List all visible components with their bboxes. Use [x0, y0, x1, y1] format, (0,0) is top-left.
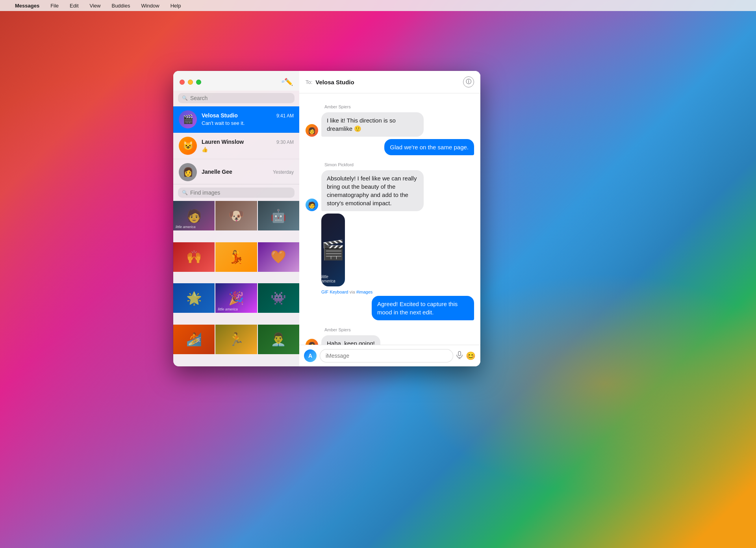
sender-name-simon: Simon Pickford	[324, 162, 474, 167]
conversation-item-lauren[interactable]: 😺 Lauren Winslow 9:30 AM 👍	[173, 133, 299, 159]
gif-cell-5[interactable]: 💃	[215, 242, 257, 272]
svg-rect-0	[458, 351, 461, 356]
menu-window[interactable]: Window	[139, 2, 161, 9]
minimize-button[interactable]	[188, 80, 193, 85]
message-row-2: Glad we're on the same page.	[306, 139, 474, 155]
conv-preview-lauren: 👍	[202, 147, 208, 152]
conv-info-velosa: Velosa Studio 9:41 AM Can't wait to see …	[202, 112, 294, 126]
menu-messages[interactable]: Messages	[13, 2, 42, 9]
gif-cell-12[interactable]: 👨‍💼	[258, 325, 299, 354]
traffic-lights	[180, 80, 201, 85]
gif-cell-11[interactable]: 🏃	[215, 325, 257, 354]
conversation-list: 🎬 Velosa Studio 9:41 AM Can't wait to se…	[173, 106, 299, 184]
message-row-5: 👩 Haha, keep going!	[306, 335, 474, 345]
conv-name-velosa: Velosa Studio	[202, 112, 238, 119]
gif-label-8: little america	[218, 307, 238, 311]
gif-keyboard-label: GIF Keyboard	[321, 290, 348, 294]
emoji-button[interactable]: 😊	[466, 351, 476, 360]
gif-source-line: GIF Keyboard via #images	[321, 290, 474, 294]
gif-label-1: little america	[176, 225, 196, 229]
message-input[interactable]	[320, 349, 453, 362]
gif-cell-4[interactable]: 🙌	[173, 242, 215, 272]
avatar-velosa: 🎬	[179, 110, 197, 128]
gif-cell-10[interactable]: 🏄	[173, 325, 215, 354]
bubble-2: Glad we're on the same page.	[384, 139, 474, 155]
app-store-button[interactable]: A	[304, 349, 317, 362]
messages-list: Amber Spiers 👩 I like it! This direction…	[299, 93, 480, 345]
maximize-button[interactable]	[196, 80, 201, 85]
chat-input-area: A 😊	[299, 345, 480, 366]
close-button[interactable]	[180, 80, 185, 85]
chat-header: To: Velosa Studio ⓘ	[299, 71, 480, 93]
gif-cell-1[interactable]: little america 🧑	[173, 201, 215, 230]
sidebar: ✏️ 🔍 🎬 Velosa Studio 9:	[173, 71, 299, 366]
avatar-janelle: 👩	[179, 163, 197, 181]
search-input[interactable]	[190, 95, 291, 101]
compose-button[interactable]: ✏️	[282, 76, 293, 87]
menu-file[interactable]: File	[48, 2, 61, 9]
search-icon: 🔍	[182, 95, 188, 101]
bubble-1: I like it! This direction is so dreamlik…	[321, 112, 424, 137]
chat-panel: To: Velosa Studio ⓘ Amber Spiers 👩 I lik…	[299, 71, 480, 366]
conv-preview-velosa: Can't wait to see it.	[202, 120, 245, 126]
conv-info-lauren: Lauren Winslow 9:30 AM 👍	[202, 139, 294, 153]
chat-recipient: Velosa Studio	[315, 79, 354, 85]
conv-name-janelle: Janelle Gee	[202, 169, 232, 175]
gif-cell-6[interactable]: 🧡	[258, 242, 299, 272]
gif-cell-2[interactable]: 🐶	[215, 201, 257, 230]
gif-cell-7[interactable]: 🌟	[173, 283, 215, 313]
gif-via-label: via	[350, 290, 356, 294]
conv-info-janelle: Janelle Gee Yesterday	[202, 169, 294, 176]
gif-grid: little america 🧑 🐶 🤖	[173, 201, 299, 366]
conversation-item-janelle[interactable]: 👩 Janelle Gee Yesterday	[173, 159, 299, 184]
search-bar[interactable]: 🔍	[178, 93, 295, 103]
chat-info-button[interactable]: ⓘ	[463, 76, 474, 87]
gif-search-input[interactable]	[190, 189, 291, 196]
conv-time-lauren: 9:30 AM	[276, 139, 294, 145]
gif-image[interactable]: 🎬 little america	[321, 214, 345, 286]
message-row-3: 🧑 Absolutely! I feel like we can really …	[306, 170, 474, 211]
menubar: Messages File Edit View Buddies Window H…	[0, 0, 756, 11]
menu-buddies[interactable]: Buddies	[109, 2, 132, 9]
gif-search[interactable]: 🔍	[178, 188, 295, 198]
conversation-item-velosa[interactable]: 🎬 Velosa Studio 9:41 AM Can't wait to se…	[173, 106, 299, 133]
message-row-1: 👩 I like it! This direction is so dreaml…	[306, 112, 474, 137]
gif-picker: 🔍 little america 🧑 🐶	[173, 184, 299, 366]
gif-cell-9[interactable]: 👾	[258, 283, 299, 313]
gif-search-icon: 🔍	[182, 190, 188, 195]
chat-title-area: To: Velosa Studio	[306, 79, 354, 85]
sender-name-amber-2: Amber Spiers	[324, 327, 474, 332]
messages-window: ✏️ 🔍 🎬 Velosa Studio 9:	[173, 71, 480, 366]
bubble-4: Agreed! Excited to capture this mood in …	[372, 296, 474, 320]
gif-hashtag-label: #images	[356, 290, 373, 294]
menu-edit[interactable]: Edit	[67, 2, 81, 9]
gif-brand-overlay: little america	[321, 275, 341, 283]
message-row-4: Agreed! Excited to capture this mood in …	[306, 296, 474, 320]
gif-cell-3[interactable]: 🤖	[258, 201, 299, 230]
gif-cell-8[interactable]: little america 🎉	[215, 283, 257, 313]
gif-message-container: 🎬 little america	[321, 214, 345, 286]
sidebar-header: ✏️	[173, 71, 299, 91]
avatar-simon: 🧑	[306, 199, 318, 211]
conv-time-velosa: 9:41 AM	[276, 113, 294, 119]
app-store-icon: A	[308, 353, 312, 359]
menu-view[interactable]: View	[87, 2, 103, 9]
sender-name-amber-1: Amber Spiers	[324, 104, 474, 109]
conv-name-lauren: Lauren Winslow	[202, 139, 244, 145]
bubble-3: Absolutely! I feel like we can really br…	[321, 170, 424, 211]
desktop: Messages File Edit View Buddies Window H…	[0, 0, 756, 548]
info-icon: ⓘ	[466, 78, 471, 85]
menu-help[interactable]: Help	[168, 2, 183, 9]
conv-time-janelle: Yesterday	[273, 169, 294, 175]
avatar-amber: 👩	[306, 124, 318, 137]
message-row-gif: 🎬 little america	[306, 214, 474, 286]
avatar-amber-2: 👩	[306, 339, 318, 345]
dictation-button[interactable]	[456, 351, 463, 360]
bubble-5: Haha, keep going!	[321, 335, 380, 345]
chat-to-label: To:	[306, 79, 312, 85]
avatar-lauren: 😺	[179, 137, 197, 155]
